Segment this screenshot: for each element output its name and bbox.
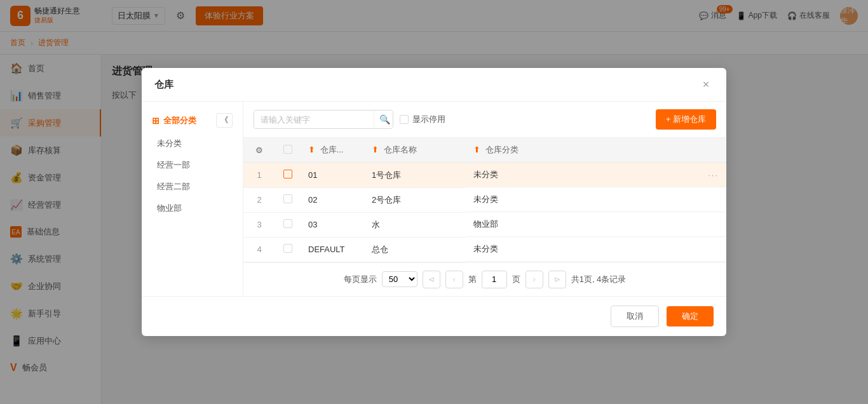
col-settings: ⚙ xyxy=(243,138,275,163)
category-item-ops1[interactable]: 经营一部 xyxy=(142,154,243,176)
row-code: DEFAULT xyxy=(301,237,364,262)
col-checkbox xyxy=(275,138,301,163)
row-code: 01 xyxy=(301,163,364,188)
prev-page-button[interactable]: ‹ xyxy=(445,271,463,288)
row-name: 1号仓库 xyxy=(364,163,466,188)
modal-header: 仓库 × xyxy=(142,68,726,102)
warehouse-modal: 仓库 × ⊞ 全部分类 《 未分类 经营一部 经营二部 物业部 xyxy=(142,68,726,336)
sort-icon-name: ⬆ xyxy=(372,145,379,154)
modal-overlay[interactable]: 仓库 × ⊞ 全部分类 《 未分类 经营一部 经营二部 物业部 xyxy=(0,0,868,404)
row-num: 3 xyxy=(243,212,275,237)
row-checkbox[interactable] xyxy=(283,244,292,253)
row-checkbox-cell[interactable] xyxy=(275,237,301,262)
confirm-button[interactable]: 确定 xyxy=(667,306,714,327)
total-info: 共1页, 4条记录 xyxy=(571,274,627,285)
grid-icon: ⊞ xyxy=(152,116,159,126)
category-header[interactable]: ⊞ 全部分类 《 xyxy=(142,108,243,133)
modal-close-button[interactable]: × xyxy=(698,77,714,92)
row-num: 2 xyxy=(243,187,275,212)
modal-title: 仓库 xyxy=(154,79,173,91)
row-checkbox-cell[interactable] xyxy=(275,187,301,212)
table-row[interactable]: 2 02 2号仓库 未分类 xyxy=(243,187,726,212)
row-name: 总仓 xyxy=(364,237,466,262)
category-panel: ⊞ 全部分类 《 未分类 经营一部 经营二部 物业部 xyxy=(142,102,243,296)
collapse-button[interactable]: 《 xyxy=(216,113,233,128)
row-code: 03 xyxy=(301,212,364,237)
add-warehouse-button[interactable]: + 新增仓库 xyxy=(656,109,716,130)
row-checkbox-cell[interactable] xyxy=(275,212,301,237)
search-box: 🔍 xyxy=(254,110,393,129)
modal-footer: 取消 确定 xyxy=(142,296,726,336)
row-category: 未分类 ··· xyxy=(466,163,726,187)
show-disabled-checkbox[interactable] xyxy=(400,115,409,124)
category-item-ops2[interactable]: 经营二部 xyxy=(142,176,243,198)
page-suffix: 页 xyxy=(512,274,520,285)
warehouse-table: ⚙ ⬆ 仓库... ⬆ xyxy=(243,138,726,262)
table-row[interactable]: 3 03 水 物业部 xyxy=(243,212,726,237)
first-page-button[interactable]: ⊲ xyxy=(423,271,440,288)
row-checkbox[interactable] xyxy=(283,170,292,178)
page-size-label: 每页显示 xyxy=(344,274,377,285)
row-category: 未分类 xyxy=(466,187,726,212)
row-checkbox-cell[interactable] xyxy=(275,163,301,188)
table-settings-icon[interactable]: ⚙ xyxy=(255,145,263,155)
row-name: 2号仓库 xyxy=(364,187,466,212)
table-toolbar: 🔍 显示停用 + 新增仓库 xyxy=(243,102,726,138)
show-disabled-label: 显示停用 xyxy=(412,114,445,125)
category-all-label: 全部分类 xyxy=(163,115,196,126)
sort-icon: ⬆ xyxy=(308,145,315,154)
col-code: ⬆ 仓库... xyxy=(301,138,364,163)
last-page-button[interactable]: ⊳ xyxy=(548,271,566,288)
search-icon[interactable]: 🔍 xyxy=(374,111,393,128)
col-category: ⬆ 仓库分类 xyxy=(466,138,726,163)
sort-icon-cat: ⬆ xyxy=(473,145,480,154)
select-all-checkbox[interactable] xyxy=(283,145,292,154)
row-category: 未分类 xyxy=(466,237,726,262)
row-code: 02 xyxy=(301,187,364,212)
table-row[interactable]: 4 DEFAULT 总仓 未分类 xyxy=(243,237,726,262)
page-label: 第 xyxy=(468,274,477,285)
row-name: 水 xyxy=(364,212,466,237)
next-page-button[interactable]: › xyxy=(526,271,543,288)
row-category: 物业部 xyxy=(466,212,726,237)
row-checkbox[interactable] xyxy=(283,194,292,203)
row-checkbox[interactable] xyxy=(283,219,292,228)
category-item-unclassified[interactable]: 未分类 xyxy=(142,133,243,154)
page-number-input[interactable] xyxy=(482,271,507,288)
show-disabled-checkbox-label[interactable]: 显示停用 xyxy=(400,114,445,125)
row-num: 4 xyxy=(243,237,275,262)
pagination: 每页显示 50 100 ⊲ ‹ 第 页 › ⊳ 共1页, 4条记录 xyxy=(243,262,726,296)
data-table: ⚙ ⬆ 仓库... ⬆ xyxy=(243,138,726,262)
search-input[interactable] xyxy=(254,111,374,128)
page-size-select[interactable]: 50 100 xyxy=(382,271,417,287)
table-panel: 🔍 显示停用 + 新增仓库 ⚙ xyxy=(243,102,726,296)
cancel-button[interactable]: 取消 xyxy=(611,306,659,327)
modal-body: ⊞ 全部分类 《 未分类 经营一部 经营二部 物业部 🔍 xyxy=(142,102,726,296)
col-name: ⬆ 仓库名称 xyxy=(364,138,466,163)
row-num: 1 xyxy=(243,163,275,188)
category-item-property[interactable]: 物业部 xyxy=(142,198,243,219)
row-more-button[interactable]: ··· xyxy=(708,170,719,180)
table-row[interactable]: 1 01 1号仓库 未分类 ··· xyxy=(243,163,726,188)
